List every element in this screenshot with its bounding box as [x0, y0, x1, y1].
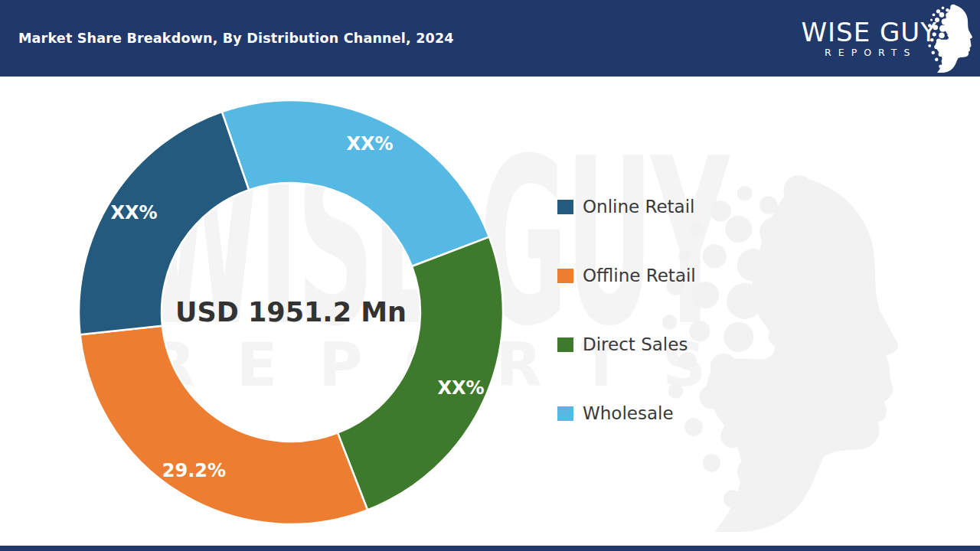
infographic: Market Share Breakdown, By Distribution …: [0, 0, 980, 551]
footer-bar: [0, 546, 980, 551]
legend-label: Online Retail: [583, 197, 695, 217]
center-value-label: USD 1951.2 Mn: [175, 297, 407, 328]
donut-segment-offline-retail: [80, 326, 368, 524]
segment-value-label: XX%: [110, 202, 157, 223]
legend-item-offline-retail: Offline Retail: [557, 259, 696, 292]
donut-chart: XX%XX%29.2%XX% USD 1951.2 Mn: [0, 77, 582, 546]
page-title: Market Share Breakdown, By Distribution …: [18, 31, 454, 46]
legend-label: Direct Sales: [583, 334, 688, 354]
legend-swatch: [557, 406, 573, 421]
chart-legend: Online RetailOffline RetailDirect SalesW…: [557, 190, 696, 465]
legend-item-online-retail: Online Retail: [557, 190, 696, 223]
legend-item-wholesale: Wholesale: [557, 396, 696, 430]
segment-value-label: 29.2%: [162, 460, 226, 481]
legend-label: Offline Retail: [583, 266, 696, 285]
legend-swatch: [557, 269, 573, 283]
segment-value-label: XX%: [437, 377, 484, 399]
brand-head-icon: [917, 4, 975, 73]
legend-swatch: [557, 200, 573, 214]
brand-logo: WISE GUY REPORTS: [801, 4, 975, 73]
legend-label: Wholesale: [583, 403, 674, 423]
segment-value-label: XX%: [347, 133, 394, 155]
donut-segment-wholesale: [222, 100, 489, 266]
header-bar: Market Share Breakdown, By Distribution …: [0, 0, 980, 77]
legend-item-direct-sales: Direct Sales: [557, 328, 696, 361]
donut-segment-direct-sales: [338, 237, 503, 510]
legend-swatch: [557, 337, 573, 352]
